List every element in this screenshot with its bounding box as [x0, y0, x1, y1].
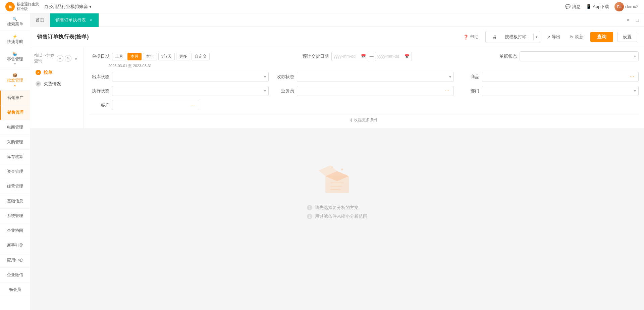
retail-icon: 🏪 — [12, 52, 17, 56]
date-btn-7days[interactable]: 近7天 — [158, 53, 175, 60]
help-btn[interactable]: ❓ 帮助 — [461, 33, 481, 41]
date-separator: — — [370, 54, 374, 59]
left-subnav: 按以下方案查询 + ✎ « ✓ 按单 ⟳ 欠货情况 — [30, 47, 84, 128]
print-icon: 🖨 — [489, 33, 500, 41]
svg-point-6 — [345, 174, 346, 175]
sidebar-item-inventory[interactable]: 库存核算 — [0, 150, 30, 164]
sidebar-item-sales[interactable]: 销售管理 — [0, 105, 30, 120]
exec-select[interactable]: 执行中 已完成 — [112, 86, 269, 96]
app-download-action[interactable]: 📱 App下载 — [586, 4, 609, 10]
tab-bar: 首页 销售订单执行表 × × □ — [30, 13, 644, 27]
shipment-select[interactable]: 未出库 部分出库 全部出库 — [112, 72, 269, 82]
top-header: 畅 畅捷通好生意 标准版 办公用品行业模拟账套 ▾ 💬 消息 📱 App下载 E… — [0, 0, 644, 13]
dept-label: 部门 — [459, 88, 479, 94]
date-quick-btns: 上月 本月 本年 近7天 更多 自定义 — [112, 53, 210, 60]
sidebar-item-member[interactable]: 畅会员 — [0, 282, 30, 297]
empty-illustration — [317, 158, 357, 198]
filter-row-1: 单据日期 上月 本月 本年 近7天 更多 自定义 — [89, 51, 639, 61]
subnav-actions: + ✎ « — [57, 55, 79, 62]
sidebar-item-purchase[interactable]: 采购管理 — [0, 135, 30, 150]
tab-active[interactable]: 销售订单执行表 × — [50, 13, 99, 27]
tab-close-btn[interactable]: × — [89, 18, 93, 22]
subnav-item-byorder[interactable]: ✓ 按单 — [30, 67, 84, 78]
filter-row-2: 出库状态 未出库 部分出库 全部出库 — [89, 72, 639, 82]
tab-controls: × □ — [624, 16, 644, 24]
subnav-edit-btn[interactable]: ✎ — [65, 55, 71, 62]
empty-tips: 1 请先选择要分析的方案 2 用过滤条件来缩小分析范围 — [307, 205, 367, 219]
sidebar-item-newbie[interactable]: 新手引导 — [0, 238, 30, 253]
logo-text: 畅捷通好生意 标准版 — [17, 2, 39, 11]
subnav-add-btn[interactable]: + — [57, 55, 63, 62]
export-btn[interactable]: ↗ 导出 — [544, 33, 563, 41]
tab-home[interactable]: 首页 — [30, 13, 50, 27]
goods-ellipsis[interactable]: ··· — [629, 74, 636, 80]
page-title: 销售订单执行表(按单) — [37, 34, 89, 41]
logo-icon: 畅 — [5, 2, 15, 11]
sidebar-item-wechat[interactable]: 企业微信 — [0, 268, 30, 282]
enterprise-dropdown-icon: ▾ — [89, 4, 92, 9]
goods-label: 商品 — [459, 74, 479, 80]
filter-field-dept: 部门 — [459, 86, 639, 96]
date-btn-more[interactable]: 更多 — [176, 53, 190, 60]
message-action[interactable]: 💬 消息 — [565, 4, 581, 10]
expected-date-range: yyyy-mm-dd 📅 — yyyy-mm-dd 📅 — [331, 52, 412, 61]
print-dropdown-arrow[interactable]: ▾ — [533, 34, 540, 41]
date-btn-custom[interactable]: 自定义 — [192, 53, 210, 60]
window-maximize-btn[interactable]: □ — [633, 16, 641, 24]
status-label: 单据状态 — [497, 53, 517, 59]
payment-label: 收款状态 — [274, 74, 294, 80]
dept-select[interactable] — [482, 86, 639, 96]
empty-state: 1 请先选择要分析的方案 2 用过滤条件来缩小分析范围 — [30, 131, 644, 246]
sidebar-item-marketing[interactable]: 营销推广 — [0, 91, 30, 105]
expected-date-label: 预计交货日期 — [303, 53, 329, 59]
print-btn[interactable]: 🖨 按模板打印 ▾ — [485, 31, 540, 43]
tip-num-2: 2 — [307, 214, 312, 219]
section-divider — [30, 128, 644, 131]
salesperson-ellipsis[interactable]: ··· — [443, 88, 450, 94]
customer-label: 客户 — [89, 102, 109, 108]
shipment-select-wrapper: 未出库 部分出库 全部出库 — [112, 72, 269, 82]
sidebar-item-baseinfo[interactable]: 基础信息 — [0, 194, 30, 209]
filter-field-exec: 执行状态 执行中 已完成 — [89, 86, 269, 96]
date-filter-group: 上月 本月 本年 近7天 更多 自定义 — [112, 53, 297, 60]
sidebar-item-appcenter[interactable]: 应用中心 — [0, 253, 30, 268]
exec-label: 执行状态 — [89, 88, 109, 94]
user-profile[interactable]: Ea demo2 — [614, 2, 639, 11]
date-btn-last-month[interactable]: 上月 — [112, 53, 126, 60]
sidebar-item-enterprise[interactable]: 企业协同 — [0, 223, 30, 238]
nav-icon: ⚡ — [12, 34, 17, 39]
status-select[interactable]: 待审核 已审核 已驳回 — [520, 51, 639, 61]
refresh-btn[interactable]: ↻ 刷新 — [567, 33, 586, 41]
page-actions: ❓ 帮助 🖨 按模板打印 ▾ ↗ 导出 — [461, 31, 637, 43]
sidebar-item-retail[interactable]: 🏪 零售管理 ▾ — [0, 48, 30, 69]
collapse-btn[interactable]: ⟪ 收起更多条件 — [89, 114, 639, 124]
subnav-collapse-btn[interactable]: « — [73, 55, 79, 62]
sidebar-item-operations[interactable]: 经营管理 — [0, 179, 30, 194]
expected-date-to[interactable]: yyyy-mm-dd 📅 — [375, 52, 412, 61]
filter-field-shipment: 出库状态 未出库 部分出库 全部出库 — [89, 72, 269, 82]
sidebar-item-nav[interactable]: ⚡ 快捷导航 — [0, 31, 30, 48]
sidebar-item-search[interactable]: 🔍 搜索菜单 — [0, 13, 30, 31]
date-btn-this-year[interactable]: 本年 — [143, 53, 157, 60]
exec-select-wrapper: 执行中 已完成 — [112, 86, 269, 96]
sidebar-item-system[interactable]: 系统管理 — [0, 209, 30, 223]
date-label: 单据日期 — [89, 53, 109, 59]
subnav-item-shortage[interactable]: ⟳ 欠货情况 — [30, 78, 84, 90]
query-btn[interactable]: 查询 — [590, 32, 613, 42]
sidebar-item-finance[interactable]: 资金管理 — [0, 164, 30, 179]
filter-right: 单据日期 上月 本月 本年 近7天 更多 自定义 — [84, 47, 644, 128]
window-close-btn[interactable]: × — [624, 16, 632, 24]
enterprise-selector[interactable]: 办公用品行业模拟账套 ▾ — [42, 3, 94, 10]
filter-field-goods: 商品 ··· — [459, 72, 639, 82]
shipment-label: 出库状态 — [89, 74, 109, 80]
expected-date-from[interactable]: yyyy-mm-dd 📅 — [331, 52, 368, 61]
date-btn-this-month[interactable]: 本月 — [127, 53, 142, 60]
payment-select[interactable]: 未收款 部分收款 全部收款 — [297, 72, 453, 82]
sidebar-item-ecommerce[interactable]: 电商管理 — [0, 120, 30, 135]
svg-point-7 — [331, 166, 333, 168]
sidebar-item-wholesale[interactable]: 📦 批发管理 ▴ — [0, 69, 30, 91]
tip-num-1: 1 — [307, 205, 312, 210]
settings-btn[interactable]: 设置 — [617, 32, 637, 42]
customer-ellipsis[interactable]: ··· — [189, 102, 196, 108]
status-select-wrapper: 待审核 已审核 已驳回 — [520, 51, 639, 61]
